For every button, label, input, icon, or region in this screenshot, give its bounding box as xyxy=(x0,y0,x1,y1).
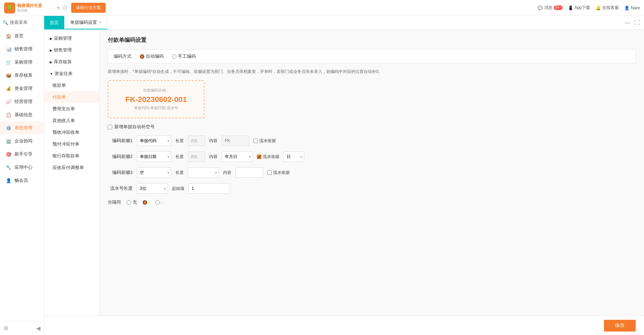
prefix2-select[interactable]: 单据日期 部门 xyxy=(137,151,171,162)
sidebar-item-label: 新手引导 xyxy=(15,151,32,157)
sidebar-item-finance[interactable]: 💰 资金管理 xyxy=(0,82,44,95)
prefix2-watermark-label[interactable]: 流水依据 xyxy=(257,154,279,160)
separator-dot-option[interactable]: · xyxy=(143,200,150,205)
search-icon: 🔍 xyxy=(3,20,8,25)
brand-name: 畅捷通好生意 xyxy=(17,3,42,8)
prefix1-select[interactable]: 单据代码 部门 业务员 xyxy=(137,136,171,146)
main-layout: 🔍 搜索菜单 🏠 首页 📊 销售管理 🛒 采购管理 📦 库存 xyxy=(0,16,644,335)
sidebar-item-purchase[interactable]: 🛒 采购管理 xyxy=(0,56,44,69)
settings-bottom-icon[interactable]: ⚙ xyxy=(3,325,8,332)
prefix3-length-select-wrapper[interactable] xyxy=(188,167,219,178)
search-menu[interactable]: 🔍 搜索菜单 xyxy=(0,16,44,29)
sidebar-item-label: 应用中心 xyxy=(15,164,32,170)
prefix1-select-wrapper[interactable]: 单据代码 部门 业务员 xyxy=(137,136,171,146)
message-btn[interactable]: 💬 消息 99+ xyxy=(538,5,563,11)
settings-icon[interactable]: ⚙ xyxy=(62,4,68,12)
auto-fill-label: 新增单据自动补空号 xyxy=(114,124,155,130)
preview-box: 当前编码示例： FK-20230602-001 单据代码-单据日期-流水号 xyxy=(108,80,204,118)
menu-item-other-income[interactable]: 其他收入单 xyxy=(44,115,99,127)
basic-icon: 📋 xyxy=(6,112,12,118)
prefix2-unit-select[interactable]: 日 月 年 xyxy=(283,151,304,162)
menu-item-ap-ar-adjust[interactable]: 应收应付调整单 xyxy=(44,162,99,174)
menu-item-payment[interactable]: 付款单 xyxy=(44,91,99,103)
prefix3-length-select[interactable] xyxy=(188,167,219,178)
sidebar-item-label: 企业协同 xyxy=(15,138,32,144)
prefix3-select[interactable]: 空 部门 业务员 xyxy=(137,167,171,178)
prefix2-watermark-checkbox[interactable] xyxy=(257,155,261,159)
sidebar-item-apps[interactable]: 🔧 应用中心 xyxy=(0,161,44,174)
menu-item-purchase[interactable]: ▶ 采购管理 xyxy=(44,32,99,44)
prefix2-select-wrapper[interactable]: 单据日期 部门 xyxy=(137,151,171,162)
tab-controls: — ⛶ xyxy=(621,16,644,29)
sidebar-item-member[interactable]: 👤 畅会员 xyxy=(0,174,44,187)
manual-code-option[interactable]: 手工编码 xyxy=(172,53,196,59)
finance-icon: 💰 xyxy=(6,85,12,92)
sidebar-item-system[interactable]: ⚙️ 系统管理 xyxy=(0,121,44,134)
purchase-icon: 🛒 xyxy=(6,59,12,65)
menu-item-bank[interactable]: 银行存取款单 xyxy=(44,150,99,162)
separator-none-radio[interactable] xyxy=(127,200,131,205)
prefix1-label: 编码前缀1 xyxy=(108,138,133,144)
sidebar-item-operations[interactable]: 📈 经营管理 xyxy=(0,95,44,108)
tab-close-icon[interactable]: × xyxy=(99,20,102,25)
separator-dash-option[interactable]: · xyxy=(155,200,163,205)
sidebar-item-sales[interactable]: 📊 销售管理 xyxy=(0,43,44,56)
prefix3-watermark-label[interactable]: 流水依据 xyxy=(267,170,290,176)
prefix2-unit-select-wrapper[interactable]: 日 月 年 xyxy=(283,151,304,162)
user-avatar[interactable]: 👤 Nare xyxy=(624,6,640,10)
sidebar-item-basic[interactable]: 📋 基础信息 xyxy=(0,108,44,121)
dropdown-text: ··· xyxy=(51,6,55,10)
auto-fill-checkbox[interactable] xyxy=(108,125,112,129)
menu-item-sales[interactable]: ▶ 销售管理 xyxy=(44,44,99,56)
prefix2-content-select-wrapper[interactable]: 年月日 年月 xyxy=(222,151,253,162)
menu-item-capital[interactable]: ▼ 资金往来 xyxy=(44,68,99,80)
online-service-btn[interactable]: 🔔 在线客服 xyxy=(596,5,619,11)
serial-length-select-wrapper[interactable]: 3位 4位 5位 xyxy=(137,183,168,194)
menu-item-receipt[interactable]: 收款单 xyxy=(44,80,99,91)
serial-start-input[interactable] xyxy=(189,183,230,194)
manual-code-radio[interactable] xyxy=(172,54,176,59)
sidebar: 🔍 搜索菜单 🏠 首页 📊 销售管理 🛒 采购管理 📦 库存 xyxy=(0,16,44,335)
sidebar-item-guide[interactable]: 🎯 新手引导 xyxy=(0,148,44,161)
minimize-icon[interactable]: — xyxy=(623,18,632,27)
separator-none-option[interactable]: 无 xyxy=(127,199,137,205)
auto-code-radio[interactable] xyxy=(140,54,144,59)
prefix2-length-label: 长度 xyxy=(175,154,184,160)
experience-button[interactable]: 体验行业方案 xyxy=(71,3,106,13)
prefix1-watermark-label[interactable]: 流水依据 xyxy=(253,138,276,144)
tab-home-label: 首页 xyxy=(50,20,59,26)
prefix3-content-input[interactable] xyxy=(236,167,263,178)
top-bar-right: 💬 消息 99+ 📱 App下载 🔔 在线客服 👤 Nare xyxy=(538,5,640,11)
content-area: 首页 单据编码设置 × — ⛶ ▶ 采购管理 xyxy=(44,16,644,335)
member-icon: 👤 xyxy=(6,177,12,184)
sidebar-item-label: 销售管理 xyxy=(15,46,32,52)
page-content: ▶ 采购管理 ▶ 销售管理 ▶ 库存核算 ▼ 资金往来 xyxy=(44,30,644,316)
sidebar-item-inventory[interactable]: 📦 库存核算 xyxy=(0,69,44,82)
prefix3-select-wrapper[interactable]: 空 部门 业务员 xyxy=(137,167,171,178)
preview-desc: 单据代码-单据日期-流水号 xyxy=(119,105,193,111)
separator-dot-radio[interactable] xyxy=(143,200,147,205)
save-button[interactable]: 保存 xyxy=(604,320,636,332)
maximize-icon[interactable]: ⛶ xyxy=(633,18,641,27)
menu-item-inventory-calc[interactable]: ▶ 库存核算 xyxy=(44,56,99,68)
separator-dash-radio[interactable] xyxy=(155,200,160,205)
serial-length-select[interactable]: 3位 4位 5位 xyxy=(137,183,168,194)
auto-code-option[interactable]: 自动编码 xyxy=(140,53,164,59)
tab-home[interactable]: 首页 xyxy=(44,16,65,29)
menu-item-prepay-receivable[interactable]: 预收冲应收单 xyxy=(44,127,99,138)
sidebar-item-home[interactable]: 🏠 首页 xyxy=(0,29,44,43)
tab-encoding[interactable]: 单据编码设置 × xyxy=(65,16,107,29)
collapse-icon[interactable]: ◀ xyxy=(36,325,40,332)
menu-item-expense[interactable]: 费用支出单 xyxy=(44,103,99,115)
sidebar-item-label: 畅会员 xyxy=(15,177,28,184)
separator-options: 无 · · xyxy=(127,199,162,205)
prefix2-content-select[interactable]: 年月日 年月 xyxy=(222,151,253,162)
menu-item-prepay-payable[interactable]: 预付冲应付单 xyxy=(44,138,99,150)
app-download-btn[interactable]: 📱 App下载 xyxy=(568,5,590,11)
prefix3-watermark-checkbox[interactable] xyxy=(267,170,272,175)
menu-label: 费用支出单 xyxy=(52,106,75,112)
sidebar-item-company[interactable]: 🏢 企业协同 xyxy=(0,134,44,148)
sidebar-item-label: 首页 xyxy=(15,33,23,39)
prefix1-watermark-checkbox[interactable] xyxy=(253,139,258,143)
dropdown-arrow-icon[interactable]: ▾ xyxy=(57,6,59,10)
